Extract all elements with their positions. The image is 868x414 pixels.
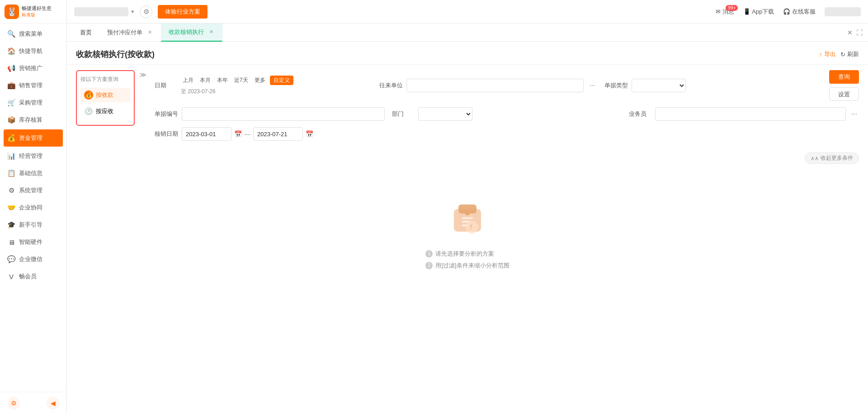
tip-text-1: 请先选择要分析的方案 bbox=[435, 248, 494, 260]
sidebar-item-basicinfo[interactable]: 📋 基础信息 bbox=[0, 165, 66, 182]
sidebar-item-label: 库存核算 bbox=[19, 116, 42, 124]
filter-option-by-receipt[interactable]: 💰 按收款 bbox=[80, 88, 130, 102]
filter-sidebar: 按以下方案查询 💰 按收款 🕐 按应收 bbox=[76, 70, 135, 126]
sidebar-item-label: 快捷导航 bbox=[19, 47, 42, 55]
collapse-conditions-button[interactable]: ∧∧ 收起更多条件 bbox=[805, 152, 859, 164]
home-icon: 🏠 bbox=[7, 47, 15, 55]
tab-prepaid[interactable]: 预付冲应付单 ✕ bbox=[99, 24, 161, 42]
guide-icon: 🎓 bbox=[7, 221, 15, 229]
form-row-3: 核销日期 📅 — 📅 bbox=[155, 127, 859, 141]
message-button[interactable]: ✉ 消息 99+ bbox=[716, 8, 734, 16]
sidebar-item-marketing[interactable]: 📢 营销推广 bbox=[0, 60, 66, 77]
inventory-icon: 📦 bbox=[7, 116, 15, 124]
verify-date-end-input[interactable] bbox=[253, 127, 303, 141]
finance-icon: 💰 bbox=[7, 134, 15, 142]
app-sub: 标准版 bbox=[22, 12, 52, 18]
topbar-gear-icon[interactable]: ⚙ bbox=[140, 5, 152, 18]
verify-date-start-calendar-icon[interactable]: 📅 bbox=[234, 130, 242, 138]
management-icon: 📊 bbox=[7, 152, 15, 160]
filter-sidebar-title: 按以下方案查询 bbox=[80, 76, 130, 83]
verify-date-end-calendar-icon[interactable]: 📅 bbox=[306, 130, 313, 138]
online-service-label: 在线客服 bbox=[792, 8, 816, 15]
collapse-sidebar-icon[interactable]: ◀ bbox=[47, 397, 59, 409]
last-month-btn[interactable]: 上月 bbox=[181, 76, 195, 85]
collapse-up-icon: ∧∧ bbox=[811, 155, 819, 162]
tab-prepaid-close-icon[interactable]: ✕ bbox=[146, 29, 153, 36]
date-shortcuts: 上月 本月 本年 近7天 更多 自定义 bbox=[181, 76, 293, 85]
filter-option-by-receivable[interactable]: 🕐 按应收 bbox=[80, 104, 130, 119]
sidebar-item-collab[interactable]: 🤝 企业协同 bbox=[0, 199, 66, 216]
industry-solution-button[interactable]: 体验行业方案 bbox=[158, 5, 208, 19]
voucher-no-field: 单据编号 bbox=[155, 107, 385, 121]
empty-state: ? 1 请先选择要分析的方案 2 用[过滤]条件来缩小分析范围 bbox=[67, 168, 868, 299]
user-info bbox=[825, 7, 861, 16]
sidebar-item-guide[interactable]: 🎓 新手引导 bbox=[0, 216, 66, 233]
online-service-link[interactable]: 🎧 在线客服 bbox=[783, 8, 816, 16]
expand-tabs-icon[interactable]: ⛶ bbox=[856, 29, 863, 36]
this-month-btn[interactable]: 本月 bbox=[198, 76, 212, 85]
voucher-type-select[interactable] bbox=[632, 79, 686, 92]
sidebar-item-label: 经营管理 bbox=[19, 152, 42, 160]
voucher-no-label: 单据编号 bbox=[155, 110, 178, 118]
verify-date-start-input[interactable] bbox=[182, 127, 231, 141]
staff-input[interactable] bbox=[655, 107, 845, 121]
sidebar-item-label: 企业微信 bbox=[19, 255, 42, 263]
tab-writeoff-close-icon[interactable]: ✕ bbox=[208, 29, 215, 36]
sidebar-item-wechat[interactable]: 💬 企业微信 bbox=[0, 251, 66, 268]
sidebar-item-label: 采购管理 bbox=[19, 99, 42, 107]
refresh-label: 刷新 bbox=[847, 50, 859, 58]
refresh-button[interactable]: ↻ 刷新 bbox=[840, 50, 859, 58]
app-download-link[interactable]: 📱 App下载 bbox=[743, 8, 774, 16]
tip-num-1: 1 bbox=[425, 250, 433, 257]
page-container: 收款核销执行(按收款) ↑ 导出 ↻ 刷新 按以下方案 bbox=[67, 42, 868, 414]
more-date-btn[interactable]: 更多 bbox=[253, 76, 267, 85]
sidebar-item-search[interactable]: 🔍 搜索菜单 bbox=[0, 25, 66, 43]
empty-tip-row-2: 2 用[过滤]条件来缩小分析范围 bbox=[425, 260, 509, 271]
collab-icon: 🤝 bbox=[7, 204, 15, 212]
sidebar-item-purchase[interactable]: 🛒 采购管理 bbox=[0, 94, 66, 111]
tip-text-2: 用[过滤]条件来缩小分析范围 bbox=[435, 260, 509, 271]
sidebar-item-label: 畅会员 bbox=[19, 272, 37, 281]
refresh-icon: ↻ bbox=[840, 51, 845, 58]
collapse-conditions-bar: ∧∧ 收起更多条件 bbox=[67, 152, 868, 168]
filter-option-receivable-label: 按应收 bbox=[96, 107, 113, 115]
close-all-tabs-icon[interactable]: ✕ bbox=[847, 29, 853, 36]
export-button[interactable]: ↑ 导出 bbox=[820, 50, 836, 58]
sidebar-item-system[interactable]: ⚙ 系统管理 bbox=[0, 182, 66, 199]
this-year-btn[interactable]: 本年 bbox=[215, 76, 230, 85]
sidebar-item-label: 系统管理 bbox=[19, 186, 42, 195]
content-area: 收款核销执行(按收款) ↑ 导出 ↻ 刷新 按以下方案 bbox=[67, 42, 868, 414]
sidebar-item-label: 基础信息 bbox=[19, 169, 42, 177]
query-button[interactable]: 查询 bbox=[829, 70, 859, 84]
counterpart-ellipsis-icon[interactable]: ··· bbox=[587, 81, 597, 90]
setting-button[interactable]: 设置 bbox=[829, 87, 859, 101]
date-range-separator: — bbox=[245, 131, 250, 138]
export-icon: ↑ bbox=[820, 51, 823, 58]
sidebar-item-member[interactable]: V 畅会员 bbox=[0, 268, 66, 285]
company-selector[interactable]: ▾ bbox=[74, 7, 134, 16]
system-icon: ⚙ bbox=[7, 186, 15, 195]
sidebar-item-inventory[interactable]: 📦 库存核算 bbox=[0, 111, 66, 128]
sidebar-item-finance[interactable]: 💰 资金管理 bbox=[4, 129, 63, 147]
counterpart-input[interactable] bbox=[406, 79, 584, 92]
tab-writeoff[interactable]: 收款核销执行 ✕ bbox=[161, 24, 222, 42]
receipt-icon: 💰 bbox=[84, 90, 93, 100]
settings-icon[interactable]: ⚙ bbox=[7, 397, 20, 409]
tabbar-actions: ✕ ⛶ bbox=[847, 29, 863, 36]
last-7days-btn[interactable]: 近7天 bbox=[232, 76, 250, 85]
tab-writeoff-label: 收款核销执行 bbox=[169, 28, 204, 36]
staff-ellipsis-icon[interactable]: ··· bbox=[849, 110, 859, 118]
staff-label: 业务员 bbox=[629, 110, 651, 118]
hardware-icon: 🖥 bbox=[7, 238, 15, 246]
sidebar-item-management[interactable]: 📊 经营管理 bbox=[0, 148, 66, 165]
tab-home[interactable]: 首页 bbox=[72, 24, 99, 42]
voucher-no-input[interactable] bbox=[182, 107, 385, 121]
search-menu-icon: 🔍 bbox=[7, 30, 15, 38]
sidebar-item-hardware[interactable]: 🖥 智能硬件 bbox=[0, 233, 66, 251]
dept-select[interactable] bbox=[418, 107, 472, 121]
form-row-1: 日期 上月 本月 本年 近7天 更多 自定义 至 20 bbox=[155, 70, 859, 101]
sidebar-item-quicknav[interactable]: 🏠 快捷导航 bbox=[0, 43, 66, 60]
sidebar-item-sales[interactable]: 💼 销售管理 bbox=[0, 77, 66, 94]
custom-date-btn[interactable]: 自定义 bbox=[270, 76, 293, 85]
collapse-filter-sidebar-icon[interactable]: ≫ bbox=[138, 70, 147, 79]
